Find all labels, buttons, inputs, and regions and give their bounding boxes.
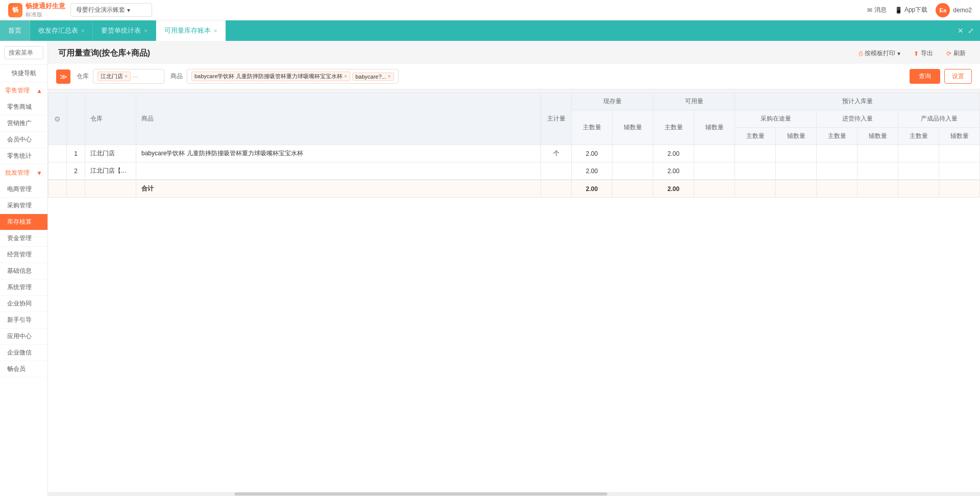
close-icon[interactable]: ×	[144, 28, 147, 34]
sidebar-item-finance[interactable]: 资金管理	[0, 230, 47, 247]
query-btn[interactable]: 查询	[910, 69, 940, 84]
sidebar-item-new-guide[interactable]: 新手引导	[0, 312, 47, 328]
sidebar-item-member[interactable]: 会员中心	[0, 132, 47, 148]
table-body: 1 江北门店 babycare学饮杯 儿童防摔防撞吸管杯重力球吸嘴杯宝宝水杯 个…	[48, 145, 980, 180]
col-inbound-pending-header: 进货待入量	[817, 110, 898, 128]
product-tag-1: babycare?... ×	[352, 73, 394, 81]
product-filter-value[interactable]: babycare学饮杯 儿童防摔防撞吸管杯重力球吸嘴杯宝宝水杯 × babyca…	[187, 69, 399, 84]
tab-home[interactable]: 首页	[0, 20, 30, 41]
scrollbar-thumb[interactable]	[234, 492, 607, 495]
tab-receipt-summary[interactable]: 收发存汇总表 ×	[30, 20, 93, 41]
cell-unit	[541, 162, 572, 180]
sidebar-item-inventory[interactable]: 库存核算	[0, 214, 47, 230]
col-current-stock-header: 现存量	[572, 93, 653, 110]
sidebar-item-app-center[interactable]: 应用中心	[0, 328, 47, 345]
footer-proc-main	[735, 180, 776, 198]
cell-stock-main: 2.00	[572, 162, 612, 180]
sidebar-item-enterprise-wechat[interactable]: 企业微信	[0, 345, 47, 361]
tab-order-stats[interactable]: 要货单统计表 ×	[93, 20, 156, 41]
close-icon[interactable]: ×	[81, 28, 84, 34]
col-stock-main-header: 主数量	[572, 110, 612, 145]
tab-order-stats-label: 要货单统计表	[101, 26, 141, 35]
print-icon: ⎙	[859, 50, 863, 57]
sidebar: 快捷导航 零售管理 ▲ 零售商城 营销推广 会员中心 零售统计 批发管理 ▼ 电…	[0, 41, 48, 496]
cell-stock-aux	[612, 145, 653, 162]
cell-proc-aux	[776, 162, 817, 180]
cell-inbound-aux	[857, 162, 898, 180]
horizontal-scrollbar[interactable]	[48, 492, 980, 496]
close-icon[interactable]: ×	[214, 28, 217, 34]
sidebar-item-wholesale[interactable]: 批发管理 ▼	[0, 164, 47, 181]
tabs-spacer	[226, 20, 951, 41]
filter-bar: ≫ 仓库 江北门店 × ··· 商品 babycare学饮杯 儿童防摔防撞吸管杯…	[48, 64, 980, 89]
footer-row: 合计 2.00 2.00	[48, 180, 980, 198]
sidebar-item-procurement[interactable]: 采购管理	[0, 198, 47, 214]
message-action[interactable]: ✉ 消息	[867, 6, 887, 14]
sidebar-item-quick-nav[interactable]: 快捷导航	[0, 65, 47, 82]
logo-title: 畅捷通好生意	[26, 2, 65, 11]
table-row: 1 江北门店 babycare学饮杯 儿童防摔防撞吸管杯重力球吸嘴杯宝宝水杯 个…	[48, 145, 980, 162]
tag-close-icon[interactable]: ×	[125, 74, 128, 79]
export-btn[interactable]: ⬆ 导出	[910, 47, 937, 60]
sidebar-item-retail-stats[interactable]: 零售统计	[0, 148, 47, 164]
sidebar-search	[0, 41, 47, 65]
sidebar-item-system[interactable]: 系统管理	[0, 279, 47, 296]
close-all-icon[interactable]: ✕	[958, 27, 964, 35]
sidebar-item-retail[interactable]: 零售管理 ▲	[0, 82, 47, 99]
cell-products-aux	[939, 162, 980, 180]
page-title: 可用量查询(按仓库+商品)	[58, 48, 150, 59]
footer-unit	[541, 180, 572, 198]
col-proc-main-header: 主数量	[735, 128, 776, 145]
page-actions: ⎙ 按模板打印 ▾ ⬆ 导出 ⟳ 刷新	[855, 47, 970, 60]
cell-inbound-main	[817, 162, 857, 180]
cell-products-main	[898, 145, 939, 162]
top-bar: 畅 畅捷通好生意 标准版 母婴行业演示账套 ▾ ✉ 消息 📱 App下载 Ea …	[0, 0, 980, 20]
col-proc-aux-header: 辅数量	[776, 128, 817, 145]
cell-avail-aux	[694, 162, 735, 180]
col-avail-aux-header: 辅数量	[694, 110, 735, 145]
filter-actions: 查询 设置	[910, 69, 972, 84]
footer-avail-main: 2.00	[653, 180, 694, 198]
settings-btn[interactable]: 设置	[944, 69, 972, 84]
cell-avail-main: 2.00	[653, 145, 694, 162]
user-area[interactable]: Ea demo2	[936, 3, 972, 17]
footer-products-aux	[939, 180, 980, 198]
sidebar-item-basic-info[interactable]: 基础信息	[0, 263, 47, 279]
industry-selector[interactable]: 母婴行业演示账套 ▾	[70, 3, 152, 17]
logo-subtitle: 标准版	[26, 11, 65, 18]
chevron-down-icon: ▾	[127, 7, 130, 14]
footer-proc-aux	[776, 180, 817, 198]
col-unit-header: 主计量	[541, 93, 572, 145]
sidebar-item-member2[interactable]: 畅会员	[0, 361, 47, 377]
filter-more-icon[interactable]: ···	[133, 73, 138, 80]
cell-settings	[48, 162, 67, 180]
sidebar-item-enterprise[interactable]: 企业协同	[0, 296, 47, 312]
cell-settings	[48, 145, 67, 162]
footer-cell-settings	[48, 180, 67, 198]
refresh-btn[interactable]: ⟳ 刷新	[942, 47, 970, 60]
sidebar-item-operations[interactable]: 经营管理	[0, 247, 47, 263]
gear-icon[interactable]: ⚙	[54, 115, 61, 123]
app-download-action[interactable]: 📱 App下载	[895, 6, 927, 14]
page-header: 可用量查询(按仓库+商品) ⎙ 按模板打印 ▾ ⬆ 导出 ⟳ 刷新	[48, 41, 980, 64]
cell-products-main	[898, 162, 939, 180]
tab-available-stock[interactable]: 可用量库存账本 ×	[156, 20, 226, 41]
product-tag-0: babycare学饮杯 儿童防摔防撞吸管杯重力球吸嘴杯宝宝水杯 ×	[191, 72, 350, 81]
product-filter-label: 商品	[170, 72, 183, 81]
tag-close-icon[interactable]: ×	[344, 74, 347, 79]
logo-icon: 畅	[8, 3, 22, 17]
sidebar-item-ecommerce[interactable]: 电商管理	[0, 181, 47, 198]
sidebar-item-marketing[interactable]: 营销推广	[0, 115, 47, 132]
filter-toggle-btn[interactable]: ≫	[56, 69, 70, 84]
cell-stock-aux	[612, 162, 653, 180]
search-input[interactable]	[4, 46, 43, 59]
maximize-icon[interactable]: ⤢	[968, 27, 974, 35]
message-icon: ✉	[867, 7, 872, 14]
user-name: demo2	[953, 7, 972, 14]
warehouse-filter-value[interactable]: 江北门店 × ···	[93, 69, 164, 84]
tag-close-icon[interactable]: ×	[388, 74, 391, 79]
sidebar-item-retail-mall[interactable]: 零售商城	[0, 99, 47, 115]
warehouse-tag: 江北门店 ×	[97, 72, 131, 81]
template-print-btn[interactable]: ⎙ 按模板打印 ▾	[855, 47, 904, 60]
col-inbound-aux-header: 辅数量	[857, 128, 898, 145]
